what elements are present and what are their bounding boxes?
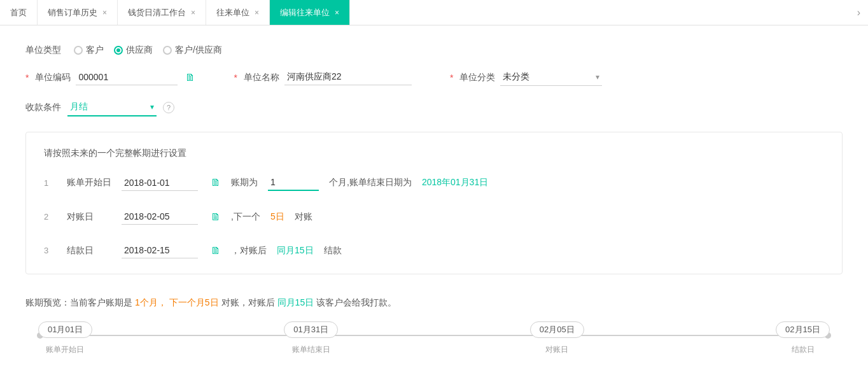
- tab-partner-label: 往来单位: [216, 7, 249, 18]
- unit-type-label: 单位类型: [25, 45, 61, 56]
- tab-partner[interactable]: 往来单位 ×: [206, 0, 270, 25]
- preview-period: 1个月，: [135, 297, 167, 309]
- tab-sales-order-label: 销售订单历史: [48, 7, 97, 18]
- radio-customer[interactable]: 客户: [74, 45, 104, 56]
- radio-supplier[interactable]: 供应商: [114, 45, 153, 56]
- tabs-expand-button[interactable]: ›: [850, 7, 868, 18]
- tab-sales-order-close[interactable]: ×: [102, 8, 107, 17]
- unit-type-field: 单位类型: [25, 45, 61, 56]
- timeline-label-1: 账单开始日: [46, 344, 84, 355]
- unit-code-field: * 单位编码 🗎: [25, 69, 195, 85]
- payment-date-cal-icon[interactable]: 🗎: [211, 245, 221, 257]
- row-num-2: 2: [44, 212, 57, 222]
- radio-both[interactable]: 客户/供应商: [163, 45, 222, 56]
- period-input[interactable]: [268, 174, 319, 191]
- radio-supplier-circle: [114, 46, 123, 55]
- timeline-node-3: 02月05日 对账日: [530, 321, 584, 355]
- payment-suffix: 结款: [324, 245, 342, 257]
- end-date-text: 2018年01月31日: [422, 177, 488, 188]
- timeline-node-1: 01月01日 账单开始日: [38, 321, 92, 355]
- preview-section: 账期预览：当前客户账期是 1个月， 下一个月5日 对账，对账后 同月15日 该客…: [25, 287, 843, 321]
- unit-category-field: * 单位分类 未分类 ▾: [450, 69, 602, 86]
- start-date-input[interactable]: [122, 175, 198, 191]
- reconcile-date-input[interactable]: [122, 209, 198, 225]
- timeline-nodes: 01月01日 账单开始日 01月31日 账单结束日 02月05日 对账日: [32, 321, 836, 355]
- setting-row-1: 1 账单开始日 🗎 账期为 个月,账单结束日期为 2018年01月31日: [44, 174, 824, 191]
- tab-partner-close[interactable]: ×: [255, 8, 259, 17]
- timeline-date-1: 01月01日: [48, 325, 83, 334]
- unit-category-value: 未分类: [503, 71, 592, 83]
- tab-home-label: 首页: [10, 7, 27, 18]
- unit-name-input[interactable]: [284, 69, 412, 85]
- unit-code-required: *: [25, 73, 29, 83]
- radio-customer-label: 客户: [86, 45, 104, 56]
- reconcile-date-cal-icon[interactable]: 🗎: [211, 211, 221, 223]
- unit-code-input[interactable]: [76, 69, 178, 85]
- tab-edit-partner[interactable]: 编辑往来单位 ×: [270, 0, 350, 25]
- reconcile-highlight: 5日: [270, 211, 284, 223]
- timeline-pill-1: 01月01日: [38, 321, 92, 338]
- unit-name-required: *: [234, 73, 237, 83]
- settings-box: 请按照未来的一个完整帐期进行设置 1 账单开始日 🗎 账期为 个月,账单结束日期…: [25, 132, 843, 274]
- timeline-label-3: 对账日: [545, 344, 568, 355]
- unit-code-copy-icon[interactable]: 🗎: [185, 72, 195, 83]
- preview-end-text: 该客户会给我打款。: [316, 297, 396, 309]
- reconcile-prefix: ,下一个: [231, 211, 260, 223]
- unit-category-required: *: [450, 73, 453, 83]
- timeline-label-4: 结款日: [792, 344, 815, 355]
- radio-both-label: 客户/供应商: [175, 45, 222, 56]
- unit-type-row: 单位类型 客户 供应商 客户/供应商: [25, 45, 843, 56]
- main-content: 单位类型 客户 供应商 客户/供应商 * 单位编码 🗎: [0, 25, 868, 387]
- unit-name-field: * 单位名称: [234, 69, 411, 85]
- timeline-pill-3: 02月05日: [530, 321, 584, 338]
- timeline-date-3: 02月05日: [540, 325, 575, 334]
- unit-type-radio-group: 客户 供应商 客户/供应商: [74, 45, 222, 56]
- timeline-pill-2: 01月31日: [284, 321, 338, 338]
- row-label-3: 结款日: [67, 245, 111, 257]
- tab-edit-partner-close[interactable]: ×: [335, 8, 339, 17]
- unit-name-label: 单位名称: [244, 72, 279, 83]
- unit-code-label: 单位编码: [35, 72, 71, 83]
- collect-condition-row: 收款条件 月结 ▾ ?: [25, 99, 843, 116]
- payment-highlight: 同月15日: [277, 245, 314, 257]
- timeline-section: 01月01日 账单开始日 01月31日 账单结束日 02月05日 对账日: [25, 321, 843, 355]
- start-date-cal-icon[interactable]: 🗎: [211, 177, 221, 188]
- timeline-date-2: 01月31日: [293, 325, 328, 334]
- timeline-node-4: 02月15日 结款日: [776, 321, 830, 355]
- tab-sales-order[interactable]: 销售订单历史 ×: [38, 0, 118, 25]
- unit-category-arrow-icon: ▾: [596, 73, 599, 81]
- period-unit-text: 个月,账单结束日期为: [329, 177, 412, 188]
- preview-pay-day: 同月15日: [277, 297, 314, 309]
- setting-row-3: 3 结款日 🗎 ，对账后 同月15日 结款: [44, 243, 824, 258]
- tabs-bar: 首页 销售订单历史 × 钱货日清工作台 × 往来单位 × 编辑往来单位 × ›: [0, 0, 868, 25]
- collect-condition-dropdown[interactable]: 月结 ▾: [67, 99, 157, 116]
- collect-dropdown-arrow-icon: ▾: [150, 102, 154, 111]
- reconcile-suffix: 对账: [295, 211, 312, 223]
- radio-both-circle: [163, 46, 172, 55]
- payment-date-input[interactable]: [122, 243, 198, 258]
- collect-condition-label: 收款条件: [25, 102, 61, 113]
- timeline-node-2: 01月31日 账单结束日: [284, 321, 338, 355]
- row-label-2: 对账日: [67, 211, 111, 223]
- tab-workbench-label: 钱货日清工作台: [128, 7, 186, 18]
- preview-label: 账期预览：当前客户账期是: [25, 297, 132, 309]
- tab-home[interactable]: 首页: [0, 0, 38, 25]
- row-label-1: 账单开始日: [67, 177, 111, 188]
- collect-condition-value: 月结: [70, 101, 150, 113]
- unit-category-dropdown[interactable]: 未分类 ▾: [500, 69, 602, 86]
- tab-workbench[interactable]: 钱货日清工作台 ×: [118, 0, 206, 25]
- radio-customer-circle: [74, 46, 83, 55]
- timeline-date-4: 02月15日: [785, 325, 820, 334]
- payment-prefix: ，对账后: [231, 245, 267, 257]
- timeline-pill-4: 02月15日: [776, 321, 830, 338]
- row-num-3: 3: [44, 246, 57, 255]
- settings-title: 请按照未来的一个完整帐期进行设置: [44, 148, 824, 159]
- help-icon[interactable]: ?: [163, 102, 174, 113]
- preview-next-day: 下一个月5日: [169, 297, 219, 309]
- tab-workbench-close[interactable]: ×: [191, 8, 195, 17]
- setting-row-2: 2 对账日 🗎 ,下一个 5日 对账: [44, 209, 824, 225]
- tab-edit-partner-label: 编辑往来单位: [280, 7, 330, 18]
- row-num-1: 1: [44, 178, 57, 188]
- unit-info-row: * 单位编码 🗎 * 单位名称 * 单位分类 未分类 ▾: [25, 69, 843, 86]
- preview-mid-text: 对账，对账后: [221, 297, 275, 309]
